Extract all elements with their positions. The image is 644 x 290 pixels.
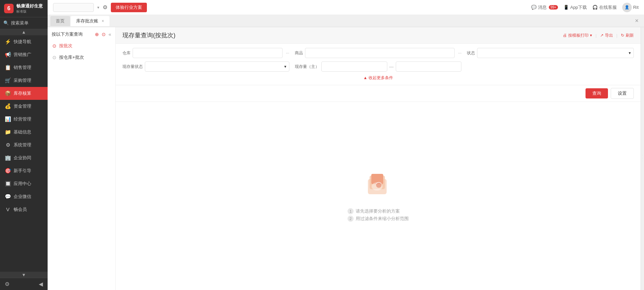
export-label: 导出	[605, 33, 613, 38]
export-btn[interactable]: ↗ 导出	[600, 33, 613, 38]
tab-inventory-batch[interactable]: 库存批次账 ×	[71, 16, 109, 26]
plan-settings-icon[interactable]: ⊙	[102, 32, 106, 37]
sidebar-item-wechat[interactable]: 💬企业微信	[0, 190, 48, 203]
warehouse-input[interactable]	[133, 48, 283, 58]
page-close-button[interactable]: ×	[632, 17, 641, 24]
plan-item-by-batch[interactable]: ⊙ 按批次	[48, 40, 115, 52]
quantity-to-input[interactable]	[396, 61, 462, 72]
export-icon: ↗	[600, 33, 604, 38]
nav-label-app_center: 应用中心	[14, 181, 31, 187]
sidebar-item-shortcuts[interactable]: ⚡快捷导航	[0, 35, 48, 48]
product-more-icon[interactable]: ···	[458, 51, 461, 55]
nav-label-inventory: 库存核算	[14, 90, 31, 96]
sidebar-settings-icon[interactable]: ⚙	[5, 281, 10, 287]
tab-home-label: 首页	[56, 18, 65, 24]
nav-label-purchase: 采购管理	[14, 77, 31, 84]
tab-inventory-batch-label: 库存批次账	[76, 18, 98, 24]
action-sep-2: |	[616, 33, 617, 38]
plan-active-icon: ⊙	[52, 43, 56, 49]
user-menu[interactable]: 👤 Rit	[622, 3, 639, 12]
search-label: 搜索菜单	[11, 20, 29, 26]
settings-button[interactable]: 设置	[611, 88, 634, 99]
empty-state: 1 请先选择要分析的方案 2 用过滤条件来缩小分析范围	[116, 102, 641, 290]
scroll-up-button[interactable]: ▲	[0, 29, 48, 35]
filter-inventory-quantity: 现存量（主） —	[295, 61, 462, 72]
messages-label: 消息	[538, 4, 547, 11]
topbar-search-input[interactable]	[53, 3, 94, 12]
right-panel: 现存量查询(按批次) 🖨 按模板打印 ▾ | ↗ 导出 | ↻	[116, 27, 641, 290]
nav-label-marketing: 营销推广	[14, 52, 31, 58]
inventory-status-chevron: ▾	[284, 64, 286, 69]
online-support-btn[interactable]: 🎧 在线客服	[592, 4, 617, 11]
product-label: 商品	[295, 50, 303, 56]
action-sep-1: |	[595, 33, 596, 38]
filter-inventory-status: 现存量状态 ▾	[122, 61, 289, 72]
filter-area: 仓库 ··· 商品 ··· 状态 ▾	[116, 44, 641, 85]
print-label: 按模板打印	[568, 33, 589, 38]
sidebar-item-app_center[interactable]: 🔲应用中心	[0, 177, 48, 190]
online-support-label: 在线客服	[599, 4, 617, 11]
query-button[interactable]: 查询	[586, 88, 608, 98]
tip-num-1: 1	[348, 208, 354, 214]
sidebar-item-inventory[interactable]: 📦库存核算	[0, 87, 48, 100]
tip-2: 2 用过滤条件来缩小分析范围	[348, 216, 409, 222]
nav-icon-purchase: 🛒	[5, 77, 11, 84]
collapse-more-btn[interactable]: ▲ 收起更多条件	[122, 75, 634, 81]
topbar-gear-icon[interactable]: ⚙	[103, 4, 107, 11]
nav-icon-wechat: 💬	[5, 194, 11, 200]
inventory-status-label: 现存量状态	[122, 64, 143, 70]
tip-num-2: 2	[348, 216, 354, 222]
sidebar-item-finance[interactable]: 💰资金管理	[0, 100, 48, 113]
sidebar-item-purchase[interactable]: 🛒采购管理	[0, 74, 48, 87]
status-select[interactable]: ▾	[477, 48, 634, 58]
messages-btn[interactable]: 💬 消息 99+	[531, 4, 558, 11]
sidebar-search[interactable]: 🔍 搜索菜单	[0, 17, 48, 29]
sidebar-collapse-icon[interactable]: ◀	[39, 281, 43, 287]
refresh-icon: ↻	[621, 33, 624, 38]
scroll-down-button[interactable]: ▼	[0, 272, 48, 278]
print-btn[interactable]: 🖨 按模板打印 ▾	[563, 33, 592, 38]
sidebar-item-operations[interactable]: 📊经营管理	[0, 113, 48, 126]
left-panel-icons: ⊕ ⊙ «	[95, 32, 111, 37]
tabs-bar: 首页 库存批次账 × ×	[48, 15, 644, 27]
tab-close-icon[interactable]: ×	[102, 19, 104, 23]
product-input[interactable]	[305, 48, 455, 58]
nav-icon-app_center: 🔲	[5, 181, 11, 187]
sidebar: 6 畅康通好生意 标准版 🔍 搜索菜单 ▲ ⚡快捷导航📢营销推广📋销售管理🛒采购…	[0, 0, 48, 290]
add-plan-icon[interactable]: ⊕	[95, 32, 99, 37]
plan-item-by-warehouse-batch[interactable]: ⊙ 按仓库+批次	[48, 52, 115, 63]
panel-collapse-icon[interactable]: «	[108, 32, 111, 37]
topbar-right: 💬 消息 99+ 📱 App下载 🎧 在线客服 👤 Rit	[531, 3, 639, 12]
nav-label-wechat: 企业微信	[14, 194, 31, 200]
refresh-label: 刷新	[626, 33, 634, 38]
status-label: 状态	[467, 50, 475, 56]
refresh-btn[interactable]: ↻ 刷新	[621, 33, 634, 38]
sidebar-item-member[interactable]: V畅会员	[0, 203, 48, 216]
sidebar-item-marketing[interactable]: 📢营销推广	[0, 48, 48, 61]
quantity-range: —	[321, 61, 462, 72]
print-chevron-icon: ▾	[590, 33, 592, 38]
empty-illustration	[361, 169, 395, 203]
tab-home[interactable]: 首页	[50, 16, 70, 26]
app-download-btn[interactable]: 📱 App下载	[563, 4, 587, 11]
brand-name: 畅康通好生意	[16, 3, 43, 9]
sidebar-item-basic[interactable]: 📁基础信息	[0, 126, 48, 139]
inventory-status-select[interactable]: ▾	[145, 61, 289, 72]
content-area: 按以下方案查询 ⊕ ⊙ « ⊙ 按批次 ⊙ 按仓库+批次 现存量查询(按批次)	[48, 27, 644, 290]
sidebar-item-enterprise[interactable]: 🏢企业协同	[0, 151, 48, 164]
search-icon: 🔍	[3, 20, 9, 25]
topbar-chevron-icon[interactable]: ▾	[97, 5, 99, 10]
left-panel: 按以下方案查询 ⊕ ⊙ « ⊙ 按批次 ⊙ 按仓库+批次	[48, 27, 116, 290]
sidebar-item-system[interactable]: ⚙系统管理	[0, 139, 48, 151]
sidebar-item-newbie[interactable]: 🎯新手引导	[0, 164, 48, 177]
inventory-quantity-label: 现存量（主）	[295, 64, 319, 70]
right-edge-handle[interactable]: · · ·	[641, 27, 644, 290]
nav-label-finance: 资金管理	[14, 103, 31, 109]
nav-label-basic: 基础信息	[14, 129, 31, 135]
warehouse-more-icon[interactable]: ···	[286, 51, 289, 55]
sidebar-item-sales[interactable]: 📋销售管理	[0, 61, 48, 74]
nav-icon-inventory: 📦	[5, 90, 11, 96]
exp-btn[interactable]: 体验行业方案	[111, 3, 147, 12]
nav-label-shortcuts: 快捷导航	[14, 39, 31, 45]
quantity-from-input[interactable]	[321, 61, 387, 72]
